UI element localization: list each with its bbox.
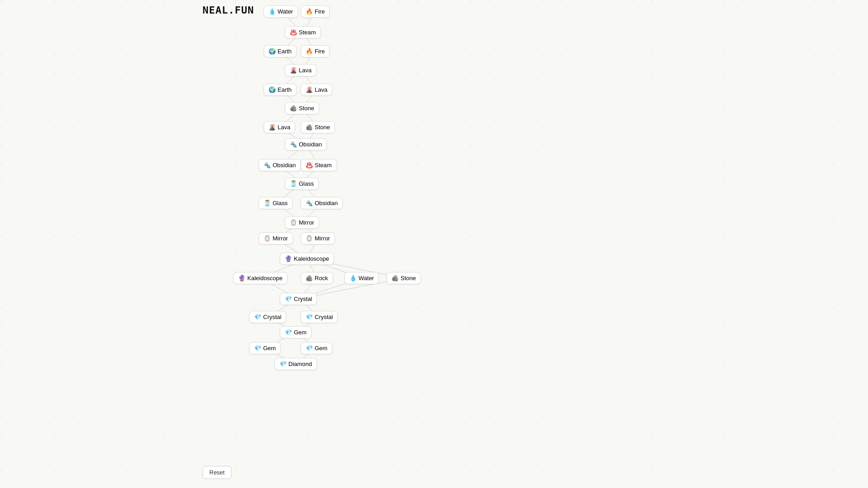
- element-label: Obsidian: [273, 162, 296, 169]
- element-label: Earth: [278, 48, 292, 55]
- element-label: Obsidian: [299, 141, 322, 148]
- element-label: Lava: [278, 124, 290, 131]
- element-label: Glass: [299, 180, 314, 187]
- element-label: Mirror: [273, 235, 288, 242]
- element-node-crystal3[interactable]: 💎Crystal: [301, 311, 338, 323]
- logo: NEAL.FUN: [203, 5, 254, 16]
- element-emoji: 🪨: [392, 275, 399, 282]
- element-label: Steam: [315, 162, 332, 169]
- element-emoji: 🔩: [264, 162, 271, 169]
- reset-button[interactable]: Reset: [203, 466, 231, 479]
- element-emoji: 🌋: [269, 124, 276, 131]
- element-emoji: ♨️: [306, 162, 313, 169]
- element-emoji: 🫙: [290, 180, 297, 187]
- element-emoji: 🔥: [306, 8, 313, 15]
- element-label: Kaleidoscope: [294, 255, 329, 262]
- element-node-water2[interactable]: 💧Water: [344, 272, 379, 284]
- element-emoji: ♨️: [290, 29, 297, 36]
- element-emoji: 🔮: [285, 255, 292, 262]
- element-node-steam2[interactable]: ♨️Steam: [301, 159, 337, 171]
- element-label: Water: [359, 275, 374, 282]
- element-emoji: 💎: [279, 361, 287, 367]
- element-emoji: 🔩: [290, 141, 297, 148]
- element-label: Rock: [315, 275, 328, 282]
- element-emoji: 🌍: [269, 48, 276, 55]
- element-emoji: 🪞: [264, 235, 271, 242]
- element-emoji: 💧: [269, 8, 276, 15]
- element-node-water1[interactable]: 💧Water: [264, 5, 298, 18]
- element-node-diamond1[interactable]: 💎Diamond: [274, 358, 317, 370]
- element-node-kaleidoscope2[interactable]: 🔮Kaleidoscope: [233, 272, 288, 284]
- element-emoji: 🫙: [264, 200, 271, 206]
- element-emoji: 💎: [254, 314, 261, 320]
- element-emoji: 🪞: [290, 219, 297, 226]
- element-emoji: 🪨: [290, 105, 297, 112]
- element-emoji: 💎: [306, 314, 313, 320]
- element-node-fire2[interactable]: 🔥Fire: [301, 45, 330, 57]
- svg-rect-1: [0, 0, 868, 488]
- element-label: Steam: [299, 29, 316, 36]
- element-emoji: 🌍: [269, 86, 276, 93]
- element-node-stone1[interactable]: 🪨Stone: [285, 102, 319, 114]
- element-label: Fire: [315, 8, 325, 15]
- element-emoji: 💧: [349, 275, 357, 282]
- element-label: Gem: [294, 329, 307, 336]
- element-node-obsidian3[interactable]: 🔩Obsidian: [301, 197, 343, 209]
- element-node-mirror1[interactable]: 🪞Mirror: [285, 216, 319, 229]
- element-node-gem2[interactable]: 💎Gem: [249, 342, 281, 354]
- element-emoji: 💎: [306, 345, 313, 352]
- element-emoji: 💎: [285, 296, 292, 302]
- element-label: Stone: [299, 105, 314, 112]
- element-label: Mirror: [315, 235, 330, 242]
- element-emoji: 🪨: [306, 124, 313, 131]
- element-emoji: 🔥: [306, 48, 313, 55]
- element-node-lava1[interactable]: 🌋Lava: [285, 64, 316, 76]
- element-label: Gem: [315, 345, 327, 352]
- element-node-steam1[interactable]: ♨️Steam: [285, 26, 321, 38]
- element-node-crystal2[interactable]: 💎Crystal: [249, 311, 286, 323]
- element-label: Stone: [315, 124, 330, 131]
- element-node-kaleidoscope1[interactable]: 🔮Kaleidoscope: [280, 253, 334, 265]
- element-emoji: 🔮: [238, 275, 245, 282]
- element-node-crystal1[interactable]: 💎Crystal: [280, 293, 317, 305]
- element-node-earth1[interactable]: 🌍Earth: [264, 45, 297, 57]
- element-label: Mirror: [299, 219, 314, 226]
- element-node-gem1[interactable]: 💎Gem: [280, 326, 311, 338]
- element-node-obsidian2[interactable]: 🔩Obsidian: [259, 159, 301, 171]
- element-label: Water: [278, 8, 293, 15]
- element-label: Kaleidoscope: [247, 275, 283, 282]
- element-label: Stone: [401, 275, 416, 282]
- element-node-fire1[interactable]: 🔥Fire: [301, 5, 330, 18]
- element-label: Earth: [278, 86, 292, 93]
- element-node-lava3[interactable]: 🌋Lava: [264, 121, 295, 133]
- element-emoji: 💎: [254, 345, 261, 352]
- element-node-stone3[interactable]: 🪨Stone: [387, 272, 421, 284]
- element-label: Obsidian: [315, 200, 338, 206]
- element-node-stone2[interactable]: 🪨Stone: [301, 121, 335, 133]
- element-emoji: 🌋: [290, 67, 297, 74]
- element-node-gem3[interactable]: 💎Gem: [301, 342, 332, 354]
- element-label: Glass: [273, 200, 288, 206]
- element-emoji: 🌋: [306, 86, 313, 93]
- element-label: Crystal: [294, 296, 312, 302]
- element-node-glass1[interactable]: 🫙Glass: [285, 178, 319, 190]
- element-node-glass2[interactable]: 🫙Glass: [259, 197, 292, 209]
- element-node-mirror2[interactable]: 🪞Mirror: [259, 232, 293, 244]
- element-label: Gem: [263, 345, 276, 352]
- element-node-lava2[interactable]: 🌋Lava: [301, 84, 332, 96]
- element-emoji: 🪞: [306, 235, 313, 242]
- element-label: Diamond: [288, 361, 312, 367]
- element-emoji: 🪨: [306, 275, 313, 282]
- element-label: Lava: [315, 86, 327, 93]
- element-node-mirror3[interactable]: 🪞Mirror: [301, 232, 335, 244]
- element-node-earth2[interactable]: 🌍Earth: [264, 84, 297, 96]
- element-emoji: 💎: [285, 329, 292, 336]
- element-label: Crystal: [263, 314, 281, 320]
- element-label: Lava: [299, 67, 311, 74]
- element-node-rock1[interactable]: 🪨Rock: [301, 272, 333, 284]
- element-node-obsidian1[interactable]: 🔩Obsidian: [285, 138, 327, 150]
- element-emoji: 🔩: [306, 200, 313, 206]
- element-label: Fire: [315, 48, 325, 55]
- element-label: Crystal: [315, 314, 333, 320]
